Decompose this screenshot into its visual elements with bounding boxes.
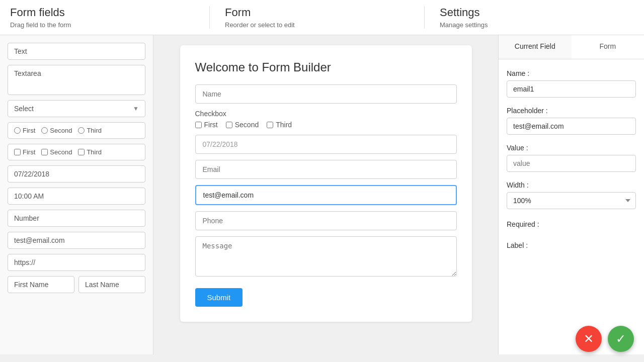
main-layout: Text Textarea Select ▼ First Second Thir…	[0, 35, 644, 354]
field-first-name[interactable]: First Name	[8, 276, 74, 293]
settings-tabs: Current Field Form	[499, 35, 644, 59]
fab-cancel-button[interactable]: ✕	[576, 326, 602, 352]
center-panel: Welcome to Form Builder Checkbox First S…	[153, 35, 498, 354]
checkbox-group-label: Checkbox	[195, 110, 457, 118]
checkbox-options: First Second Third	[195, 121, 457, 129]
radio-third[interactable]	[78, 127, 85, 134]
field-text[interactable]: Text	[8, 43, 145, 60]
radio-first[interactable]	[14, 127, 21, 134]
fab-container: ✕ ✓	[576, 326, 634, 352]
field-radio[interactable]: First Second Third	[8, 122, 145, 139]
field-date[interactable]: 07/22/2018	[8, 165, 145, 183]
setting-required: Required :	[507, 218, 636, 230]
setting-name-label: Name :	[507, 69, 636, 77]
email-input[interactable]	[195, 160, 457, 179]
tab-current-field[interactable]: Current Field	[499, 35, 572, 59]
setting-label: Label :	[507, 239, 636, 251]
setting-width: Width : 100% 75% 50% 25%	[507, 181, 636, 209]
settings-body: Name : Placeholder : Value : Width : 100…	[499, 59, 644, 270]
select-arrow-icon: ▼	[133, 105, 139, 112]
form-subtitle: Reorder or select to edit	[225, 21, 409, 29]
tab-form[interactable]: Form	[572, 35, 645, 59]
right-panel: Current Field Form Name : Placeholder : …	[498, 35, 644, 354]
section-settings: Settings Manage settings	[430, 6, 634, 29]
checkbox-option-third[interactable]: Third	[267, 121, 292, 129]
required-toggle[interactable]	[545, 218, 568, 230]
field-email[interactable]: test@email.com	[8, 232, 145, 249]
form-email-active-field	[195, 185, 457, 205]
setting-value-input[interactable]	[507, 155, 636, 172]
checkbox-third[interactable]	[78, 149, 85, 155]
confirm-icon: ✓	[616, 332, 626, 346]
checkbox-second[interactable]	[41, 149, 48, 155]
field-url[interactable]: https://	[8, 254, 145, 271]
checkbox-first[interactable]	[14, 149, 21, 155]
field-last-name[interactable]: Last Name	[78, 276, 145, 293]
cancel-icon: ✕	[584, 332, 594, 346]
form-message-field	[195, 236, 457, 278]
field-name-row: First Name Last Name	[8, 276, 145, 293]
setting-label-label: Label :	[507, 241, 528, 249]
form-email-field	[195, 160, 457, 179]
fab-confirm-button[interactable]: ✓	[608, 326, 634, 352]
message-textarea[interactable]	[195, 236, 457, 277]
setting-placeholder-label: Placeholder :	[507, 107, 636, 115]
setting-name-input[interactable]	[507, 80, 636, 98]
field-checkbox[interactable]: First Second Third	[8, 144, 145, 160]
checkbox-option-first[interactable]: First	[195, 121, 218, 129]
form-title: Form	[225, 6, 409, 19]
section-form: Form Reorder or select to edit	[215, 6, 419, 29]
field-select[interactable]: Select ▼	[8, 100, 145, 117]
setting-placeholder-input[interactable]	[507, 118, 636, 135]
setting-width-label: Width :	[507, 181, 636, 189]
left-panel: Text Textarea Select ▼ First Second Thir…	[0, 35, 153, 354]
settings-title: Settings	[440, 6, 624, 19]
label-toggle[interactable]	[534, 239, 556, 251]
phone-input[interactable]	[195, 211, 457, 230]
settings-subtitle: Manage settings	[440, 21, 624, 29]
submit-button[interactable]: Submit	[195, 288, 243, 307]
form-name-field	[195, 84, 457, 104]
setting-required-label: Required :	[507, 220, 539, 228]
radio-second[interactable]	[41, 127, 48, 134]
email-active-input[interactable]	[195, 185, 457, 205]
checkbox-option-second[interactable]: Second	[226, 121, 259, 129]
form-phone-field	[195, 211, 457, 230]
field-textarea[interactable]: Textarea	[8, 65, 145, 95]
form-date-field	[195, 135, 457, 154]
setting-value: Value :	[507, 144, 636, 172]
form-fields-title: Form fields	[10, 6, 194, 19]
setting-value-label: Value :	[507, 144, 636, 152]
field-time[interactable]: 10:00 AM	[8, 188, 145, 205]
form-fields-subtitle: Drag field to the form	[10, 21, 194, 29]
setting-name: Name :	[507, 69, 636, 98]
top-bar: Form fields Drag field to the form Form …	[0, 0, 644, 35]
section-form-fields: Form fields Drag field to the form	[10, 6, 204, 29]
setting-placeholder: Placeholder :	[507, 107, 636, 135]
form-card: Welcome to Form Builder Checkbox First S…	[180, 45, 472, 322]
setting-width-select[interactable]: 100% 75% 50% 25%	[507, 192, 636, 209]
form-checkbox-group: Checkbox First Second Third	[195, 110, 457, 129]
date-input[interactable]	[195, 135, 457, 154]
form-card-title: Welcome to Form Builder	[195, 60, 457, 74]
field-number[interactable]: Number	[8, 210, 145, 227]
name-input[interactable]	[195, 84, 457, 104]
